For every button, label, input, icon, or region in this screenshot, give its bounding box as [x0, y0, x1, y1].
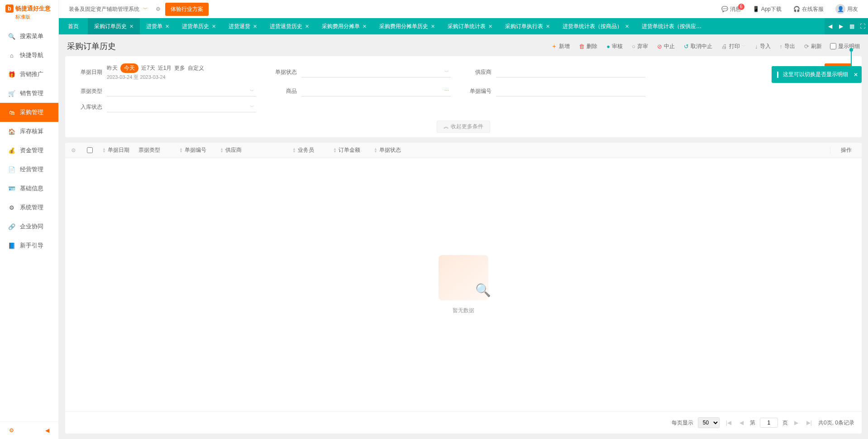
date-quick-更多[interactable]: 更多 — [174, 64, 185, 72]
collapse-filters-button[interactable]: ︽ 收起更多条件 — [437, 121, 490, 133]
sidebar-item-10[interactable]: 🔗企业协同 — [0, 217, 58, 236]
tab-fullscreen[interactable]: ⛶ — [857, 18, 868, 34]
sidebar-item-1[interactable]: ⌂快捷导航 — [0, 46, 58, 65]
column-header[interactable]: ▲▼单据日期 — [98, 146, 134, 154]
product-input[interactable] — [301, 86, 451, 96]
bill-no-input[interactable] — [496, 86, 645, 96]
tab-9[interactable]: 采购订单执行表✕ — [499, 18, 556, 34]
sidebar-item-9[interactable]: ⚙系统管理 — [0, 198, 58, 217]
system-name: 装备及固定资产辅助管理系统 — [69, 5, 139, 13]
logo-text: 畅捷通好生意 — [15, 5, 51, 13]
page-last[interactable]: ▶| — [805, 420, 814, 426]
action-打印[interactable]: 🖨打印﹀ — [719, 43, 749, 50]
online-service-button[interactable]: 🎧 在线客服 — [790, 5, 827, 13]
column-header[interactable]: ▲▼单据编号 — [175, 146, 215, 154]
tab-scroll-left[interactable]: ◀ — [825, 18, 835, 34]
page-first[interactable]: |◀ — [724, 420, 733, 426]
tab-scroll-right[interactable]: ▶ — [835, 18, 846, 34]
action-删除[interactable]: 🗑删除 — [576, 43, 600, 50]
app-icon: 📱 — [753, 6, 759, 12]
user-menu[interactable]: 👤 用友 — [832, 4, 862, 14]
action-刷新[interactable]: ⟳刷新 — [801, 43, 825, 50]
tab-close-icon[interactable]: ✕ — [129, 24, 134, 29]
tab-8[interactable]: 采购订单统计表✕ — [441, 18, 499, 34]
action-新增[interactable]: ＋新增 — [548, 42, 572, 50]
show-detail-toggle[interactable]: 显示明细 — [830, 43, 860, 50]
tab-close-icon[interactable]: ✕ — [305, 24, 309, 29]
action-弃审[interactable]: ○弃审 — [629, 43, 651, 50]
settings-icon[interactable]: ⚙ — [9, 427, 14, 434]
date-quick-昨天[interactable]: 昨天 — [107, 64, 118, 72]
tab-close-icon[interactable]: ✕ — [165, 24, 169, 29]
action-取消中止[interactable]: ↺取消中止 — [681, 43, 715, 50]
sidebar-item-6[interactable]: 💰资金管理 — [0, 141, 58, 160]
app-download-button[interactable]: 📱 App下载 — [749, 5, 785, 13]
close-hint-button[interactable]: ✕ — [854, 72, 858, 78]
action-导入[interactable]: ↓导入 — [752, 43, 773, 50]
sidebar-item-3[interactable]: 🛒销售管理 — [0, 84, 58, 103]
date-quick-自定义[interactable]: 自定义 — [188, 64, 204, 72]
tab-close-icon[interactable]: ✕ — [253, 24, 257, 29]
tab-11[interactable]: 进货单统计表（按供应… — [635, 18, 708, 34]
ticket-type-input[interactable] — [107, 86, 256, 96]
tab-close-icon[interactable]: ✕ — [362, 24, 367, 29]
column-header[interactable]: ▲▼单据状态 — [369, 146, 410, 154]
experience-button[interactable]: 体验行业方案 — [165, 3, 209, 16]
date-quick-近7天[interactable]: 近7天 — [141, 64, 155, 72]
tab-close-icon[interactable]: ✕ — [431, 24, 435, 29]
column-header[interactable]: ▲▼业务员 — [288, 146, 329, 154]
sidebar-item-5[interactable]: 🏠库存核算 — [0, 122, 58, 141]
tab-2[interactable]: 进货单✕ — [140, 18, 176, 34]
column-header[interactable]: 票据类型 — [134, 146, 175, 154]
system-select[interactable]: 装备及固定资产辅助管理系统 ﹀ — [65, 3, 151, 15]
tab-close-icon[interactable]: ✕ — [546, 24, 550, 29]
show-detail-checkbox[interactable] — [830, 43, 836, 49]
page-prev[interactable]: ◀ — [738, 420, 745, 426]
tab-close-icon[interactable]: ✕ — [212, 24, 216, 29]
sidebar-item-2[interactable]: 🎁营销推广 — [0, 65, 58, 84]
tab-1[interactable]: 采购订单历史✕ — [88, 18, 140, 34]
sidebar-item-0[interactable]: 🔍搜索菜单 — [0, 27, 58, 46]
sidebar-item-8[interactable]: 🪪基础信息 — [0, 179, 58, 198]
sidebar-item-7[interactable]: 📄经营管理 — [0, 160, 58, 179]
column-header[interactable]: ▲▼订单金额 — [329, 146, 369, 154]
logo: b 畅捷通好生意 标准版 — [0, 0, 58, 23]
status-input[interactable] — [301, 67, 451, 77]
supplier-input[interactable] — [496, 67, 645, 77]
page-size-select[interactable]: 50 — [698, 417, 720, 428]
tab-4[interactable]: 进货退货✕ — [222, 18, 263, 34]
action-导出[interactable]: ↑导出 — [777, 43, 798, 50]
tab-close-icon[interactable]: ✕ — [625, 24, 629, 29]
in-status-input[interactable] — [107, 102, 256, 112]
chevron-down-icon[interactable]: ﹀ — [444, 69, 449, 75]
sidebar-item-11[interactable]: 📘新手引导 — [0, 236, 58, 255]
column-header[interactable]: ▲▼供应商 — [215, 146, 288, 154]
action-审核[interactable]: ●审核 — [604, 43, 625, 50]
table-settings-button[interactable]: ⚙ — [65, 147, 81, 154]
page-input[interactable] — [760, 418, 778, 428]
chevron-down-icon[interactable]: ﹀ — [250, 88, 254, 94]
more-icon[interactable]: ⋯ — [444, 88, 449, 93]
tab-close-icon[interactable]: ✕ — [488, 24, 492, 29]
select-all-checkbox[interactable] — [87, 147, 93, 153]
sidebar-item-4[interactable]: 🛍采购管理 — [0, 103, 58, 122]
gear-icon[interactable]: ⚙ — [156, 6, 161, 12]
tab-menu[interactable]: ▦ — [846, 18, 857, 34]
page-next[interactable]: ▶ — [792, 420, 800, 426]
action-icon: ↺ — [684, 43, 689, 50]
tab-3[interactable]: 进货单历史✕ — [176, 18, 222, 34]
collapse-sidebar-icon[interactable]: ◀ — [45, 427, 49, 434]
tab-10[interactable]: 进货单统计表（按商品）✕ — [556, 18, 635, 34]
tab-6[interactable]: 采购费用分摊单✕ — [315, 18, 373, 34]
tab-7[interactable]: 采购费用分摊单历史✕ — [373, 18, 441, 34]
data-table: ⚙ ▲▼单据日期票据类型▲▼单据编号▲▼供应商▲▼业务员▲▼订单金额▲▼单据状态… — [65, 143, 862, 434]
action-icon: 🗑 — [579, 43, 585, 50]
message-button[interactable]: 💬 消息 6 — [718, 5, 744, 13]
action-中止[interactable]: ⊘中止 — [654, 43, 677, 50]
date-quick-近1月[interactable]: 近1月 — [158, 64, 172, 72]
chevron-down-icon[interactable]: ﹀ — [250, 104, 254, 110]
chevron-down-icon: ﹀ — [143, 6, 148, 12]
date-quick-今天[interactable]: 今天 — [120, 63, 138, 73]
tab-0[interactable]: 首页 — [59, 18, 88, 34]
tab-5[interactable]: 进货退货历史✕ — [263, 18, 315, 34]
